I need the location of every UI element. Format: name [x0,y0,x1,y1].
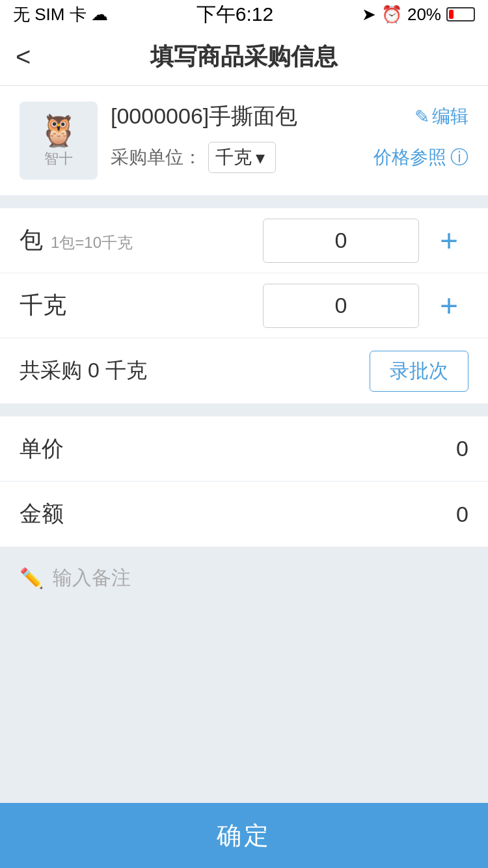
quantity-input-kg[interactable] [263,284,419,328]
remark-section[interactable]: ✏️ 输入备注 [0,547,488,610]
remark-placeholder: 输入备注 [53,565,131,591]
back-button[interactable]: < [16,42,31,72]
summary-row: 共采购 0 千克 录批次 [0,338,488,403]
quantity-input-wrap-kg: + [176,284,468,328]
price-row-total: 金额 0 [0,481,488,547]
status-bar: 无 SIM 卡 ☁ 下午6:12 ➤ ⏰ 20% [0,0,488,29]
quantity-label-bao: 包 1包=10千克 [20,224,176,256]
chevron-down-icon: ▾ [256,147,265,169]
record-batch-button[interactable]: 录批次 [370,351,468,392]
status-bar-right: ➤ ⏰ 20% [362,5,475,25]
product-image: 🦉 智十 [20,102,98,180]
edit-label[interactable]: 编辑 [432,104,468,129]
quantity-input-bao[interactable] [263,219,419,263]
pencil-icon: ✏️ [20,567,44,590]
product-info: [0000006]手撕面包 ✎ 编辑 采购单位： 千克 ▾ 价格参照 ⓘ [111,102,468,173]
product-top-row: [0000006]手撕面包 ✎ 编辑 [111,102,468,131]
unit-price-value: 0 [456,436,468,461]
price-ref[interactable]: 价格参照 ⓘ [373,145,468,170]
battery-icon [446,7,475,21]
status-bar-left: 无 SIM 卡 ☁ [13,3,108,26]
summary-text: 共采购 0 千克 [20,357,147,385]
total-price-label: 金额 [20,499,64,529]
section-separator-1 [0,195,488,208]
price-ref-label: 价格参照 [373,145,446,170]
quantity-section: 包 1包=10千克 + 千克 + 共采购 0 千克 录批次 [0,208,488,403]
quantity-unit-bao-sub: 1包=10千克 [51,232,133,253]
product-name: [0000006]手撕面包 [111,102,297,131]
location-icon: ➤ [362,5,376,25]
total-price-value: 0 [456,502,468,527]
quantity-row-kg: 千克 + [0,273,488,338]
unit-select[interactable]: 千克 ▾ [208,142,276,173]
unit-price-label: 单价 [20,434,64,464]
page-title: 填写商品采购信息 [150,41,338,73]
quantity-unit-bao: 包 [20,224,43,256]
battery-percent: 20% [407,5,441,25]
quantity-label-kg: 千克 [20,290,176,321]
section-separator-2 [0,403,488,416]
sim-status: 无 SIM 卡 ☁ [13,3,108,26]
main-content-area [0,610,488,805]
product-image-label: 智十 [44,149,73,169]
unit-label: 采购单位： [111,145,202,170]
edit-link[interactable]: ✎ 编辑 [414,104,468,129]
quantity-input-wrap-bao: + [176,219,468,263]
unit-row: 采购单位： 千克 ▾ [111,142,276,173]
price-section: 单价 0 金额 0 [0,416,488,547]
status-bar-time: 下午6:12 [197,1,273,28]
confirm-button[interactable]: 确定 [0,803,488,868]
quantity-unit-kg: 千克 [20,290,66,321]
product-card: 🦉 智十 [0000006]手撕面包 ✎ 编辑 采购单位： 千克 ▾ 价格参照 … [0,86,488,195]
alarm-icon: ⏰ [381,5,402,25]
quantity-plus-kg[interactable]: + [429,286,468,325]
help-icon: ⓘ [450,145,468,170]
nav-bar: < 填写商品采购信息 [0,29,488,86]
quantity-plus-bao[interactable]: + [429,221,468,260]
quantity-row-bao: 包 1包=10千克 + [0,208,488,273]
product-owl-icon: 🦉 [39,113,78,149]
product-bottom-row: 采购单位： 千克 ▾ 价格参照 ⓘ [111,142,468,173]
edit-icon: ✎ [414,106,429,128]
price-row-unit: 单价 0 [0,416,488,481]
unit-value: 千克 [215,145,252,170]
